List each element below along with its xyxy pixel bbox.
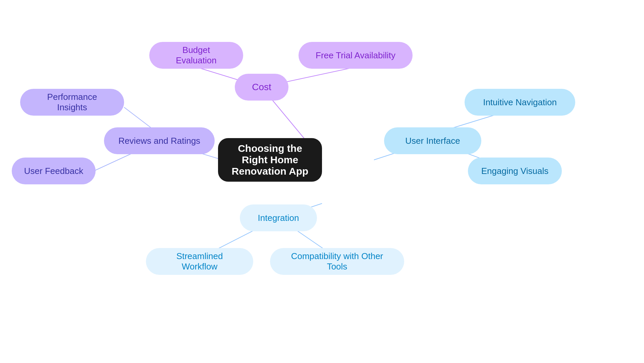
budget-evaluation-node: Budget Evaluation xyxy=(149,42,243,69)
engaging-visuals-node: Engaging Visuals xyxy=(468,158,562,184)
user-feedback-node: User Feedback xyxy=(12,158,96,184)
integration-node: Integration xyxy=(240,204,317,231)
reviews-ratings-node: Reviews and Ratings xyxy=(104,127,215,154)
intuitive-navigation-node: Intuitive Navigation xyxy=(465,89,575,116)
compatibility-node: Compatibility with Other Tools xyxy=(270,248,404,275)
free-trial-node: Free Trial Availability xyxy=(299,42,413,69)
performance-insights-node: Performance Insights xyxy=(20,89,124,116)
center-node: Choosing the Right Home Renovation App xyxy=(218,138,322,182)
user-interface-node: User Interface xyxy=(384,127,481,154)
streamlined-workflow-node: Streamlined Workflow xyxy=(146,248,253,275)
cost-node: Cost xyxy=(235,74,288,101)
